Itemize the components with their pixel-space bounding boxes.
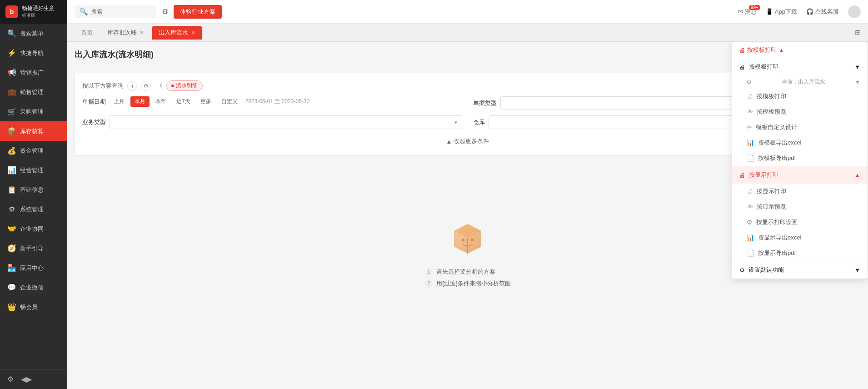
template-preview-icon: 👁 (747, 108, 753, 115)
app-download-label: App下载 (775, 8, 797, 16)
template-pdf-item[interactable]: 📄 按模板导出pdf (732, 150, 868, 166)
display-print-setting-item[interactable]: ⚙ 按显示打印设置 (732, 214, 868, 230)
display-preview-item[interactable]: 👁 按显示预览 (732, 199, 868, 214)
sidebar-footer: ⚙ ◀▶ (0, 369, 67, 389)
template-preview-label: 按模板预览 (757, 108, 786, 116)
topbar: 🔍 ⚙ 体验行业方案 ✉ 消息 99+ 📱 App下载 🎧 在线客服 (67, 0, 868, 24)
tab-batch-close[interactable]: ✕ (140, 30, 144, 36)
template-excel-icon: 📊 (747, 139, 754, 146)
search-input[interactable] (91, 8, 145, 15)
sidebar-item-inventory[interactable]: 📦 库存核算 (0, 121, 67, 141)
display-preview-label: 按显示预览 (757, 203, 786, 211)
this-year-btn[interactable]: 本年 (151, 96, 170, 107)
display-print-setting-icon: ⚙ (747, 219, 753, 226)
template-custom-item[interactable]: ✏ 模板自定义设计 (732, 120, 868, 135)
collapse-up-icon: ▲ (446, 138, 452, 145)
sidebar-item-finance[interactable]: 💰 资金管理 (0, 141, 67, 160)
sidebar-item-operation[interactable]: 📊 经营管理 (0, 160, 67, 180)
sidebar-item-marketing[interactable]: 📢 营销推广 (0, 63, 67, 82)
more-btn[interactable]: 更多 (196, 96, 215, 107)
display-print-section-header[interactable]: 🖨 按显示打印 ▲ (732, 166, 868, 184)
sidebar-item-vip[interactable]: 👑 畅会员 (0, 297, 67, 317)
logo-text: 畅捷通好生意 (22, 5, 55, 12)
purchase-icon: 🛒 (7, 107, 16, 116)
sidebar-item-sales[interactable]: 💼 销售管理 (0, 82, 67, 102)
template-excel-label: 按模板导出excel (758, 139, 801, 147)
page-title: 出入库流水(流水明细) (75, 49, 154, 60)
date-field: 单据日期 上月 本月 本年 近7天 更多 自定义 2023-06-01 至 20… (82, 96, 462, 107)
page-content: 出入库流水(流水明细) 🖨 按模板打印 ▲ ↑ 导出 ↺ 刷新 (67, 42, 868, 389)
display-pdf-item[interactable]: 📄 按显示导出pdf (732, 245, 868, 261)
tab-batch[interactable]: 库存批次账 ✕ (101, 26, 150, 40)
current-arrow: ▼ (855, 79, 860, 85)
tab-expand-button[interactable]: ⊞ (855, 28, 861, 37)
sidebar-item-wechat[interactable]: 💬 企业微信 (0, 278, 67, 297)
operation-icon: 📊 (7, 166, 16, 175)
sidebar-item-label: 快捷导航 (20, 49, 44, 57)
display-section-label: 按显示打印 (749, 171, 778, 179)
topbar-gear-icon[interactable]: ⚙ (162, 7, 168, 16)
sidebar-item-appstore[interactable]: 🏪 应用中心 (0, 258, 67, 278)
set-default-label: 设置默认功能 (748, 266, 784, 274)
business-type-select[interactable]: ▼ (110, 115, 462, 129)
voucher-type-label: 单据类型 (473, 99, 497, 107)
date-field-label: 单据日期 (82, 98, 106, 106)
sidebar-item-label: 企业微信 (20, 284, 44, 292)
business-type-label: 业务类型 (82, 118, 106, 126)
print-panel-header: 🖨 按模板打印 ▲ (732, 42, 868, 58)
filter-add-button[interactable]: + (127, 81, 137, 91)
avatar[interactable] (848, 5, 861, 18)
template-print-section-header[interactable]: 🖨 按模板打印 ▼ (732, 58, 868, 75)
display-excel-item[interactable]: 📊 按显示导出excel (732, 230, 868, 245)
print-panel-title-btn[interactable]: 🖨 按模板打印 ▲ (739, 46, 784, 54)
settings-icon[interactable]: ⚙ (7, 375, 14, 384)
tab-flow[interactable]: 出入库流水 ✕ (152, 26, 202, 40)
this-month-btn[interactable]: 本月 (130, 96, 150, 107)
tab-home[interactable]: 首页 (75, 26, 99, 40)
sidebar-item-label: 库存核算 (20, 127, 44, 135)
filter-tag-dot (171, 85, 174, 87)
template-preview-item[interactable]: 👁 按模板预览 (732, 104, 868, 120)
sidebar-item-search[interactable]: 🔍 搜索菜单 (0, 24, 67, 43)
tip1-text: 请先选择要分析的方案 (436, 268, 495, 276)
tab-flow-close[interactable]: ✕ (191, 30, 195, 36)
template-excel-item[interactable]: 📊 按模板导出excel (732, 135, 868, 150)
business-select-arrow: ▼ (454, 120, 458, 125)
sidebar-item-enterprise[interactable]: 🤝 企业协同 (0, 219, 67, 239)
template-print-label: 按模板打印 (757, 92, 786, 100)
download-icon: 📱 (766, 8, 773, 15)
template-print-item[interactable]: 🖨 按模板打印 (732, 89, 868, 104)
sidebar-item-label: 新手引导 (20, 244, 44, 253)
app-download-item[interactable]: 📱 App下载 (766, 8, 797, 16)
sidebar-item-system[interactable]: ⚙ 系统管理 (0, 199, 67, 219)
set-default-arrow: ▼ (854, 267, 860, 274)
search-icon: 🔍 (7, 29, 16, 38)
collapse-icon[interactable]: ◀▶ (21, 375, 32, 384)
industry-solution-button[interactable]: 体验行业方案 (174, 5, 222, 19)
service-icon: 🎧 (806, 8, 813, 15)
sidebar-item-label: 搜索菜单 (20, 30, 44, 38)
print-panel-up-icon: ▲ (778, 47, 784, 54)
custom-btn[interactable]: 自定义 (217, 96, 242, 107)
warehouse-label: 仓库 (473, 118, 485, 126)
last7-btn[interactable]: 近7天 (172, 96, 195, 107)
filter-collapse-icon[interactable]: 《 (156, 82, 163, 90)
sidebar-item-purchase[interactable]: 🛒 采购管理 (0, 102, 67, 121)
online-service-item[interactable]: 🎧 在线客服 (806, 8, 839, 16)
filter-label: 按以下方案查询 (82, 82, 124, 90)
message-badge-item[interactable]: ✉ 消息 99+ (738, 8, 757, 16)
filter-setting-button[interactable]: ⚙ (141, 81, 151, 91)
topbar-search-box[interactable]: 🔍 (75, 5, 156, 18)
sidebar-item-basic[interactable]: 📋 基础信息 (0, 180, 67, 199)
collapse-button[interactable]: ▲ 收起更多条件 (444, 135, 492, 148)
display-print-label: 按显示打印 (757, 187, 786, 195)
sidebar-item-guide[interactable]: 🧭 新手引导 (0, 239, 67, 258)
display-preview-icon: 👁 (747, 203, 753, 210)
display-print-item[interactable]: 🖨 按显示打印 (732, 184, 868, 199)
prev-month-btn[interactable]: 上月 (110, 96, 129, 107)
sidebar-item-label: 应用中心 (20, 264, 44, 272)
empty-tips: 1 请先选择要分析的方案 2 用[过滤]条件来缩小分析范围 (424, 268, 510, 288)
sidebar-item-quick[interactable]: ⚡ 快捷导航 (0, 43, 67, 63)
template-pdf-label: 按模板导出pdf (758, 154, 796, 162)
set-default-section[interactable]: ⚙ 设置默认功能 ▼ (732, 261, 868, 279)
